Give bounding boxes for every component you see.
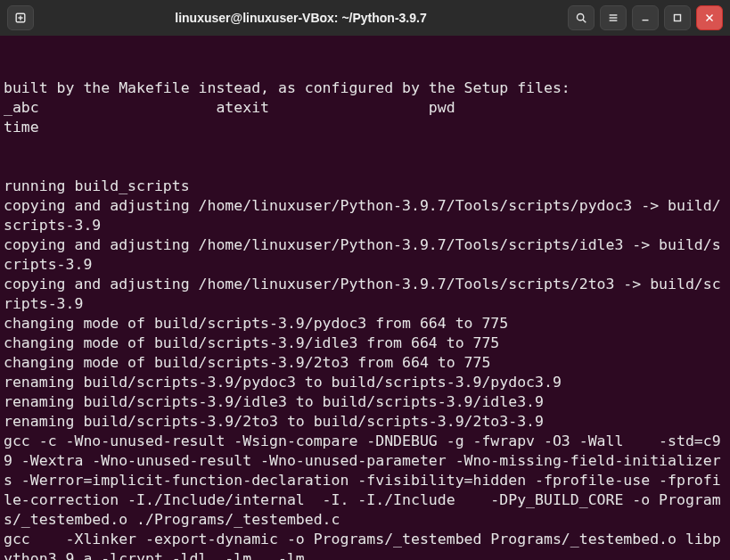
terminal-line: copying and adjusting /home/linuxuser/Py… — [4, 275, 726, 314]
search-icon — [575, 12, 587, 24]
terminal-line: _abc atexit pwd — [4, 98, 726, 118]
new-tab-icon — [14, 12, 27, 24]
minimize-button[interactable] — [632, 5, 659, 30]
terminal-area[interactable]: built by the Makefile instead, as config… — [0, 36, 730, 560]
titlebar-left-group — [7, 5, 34, 30]
minimize-icon — [639, 12, 652, 24]
terminal-output: built by the Makefile instead, as config… — [4, 78, 726, 560]
maximize-button[interactable] — [664, 5, 691, 30]
window-titlebar: linuxuser@linuxuser-VBox: ~/Python-3.9.7 — [0, 0, 730, 36]
terminal-line: copying and adjusting /home/linuxuser/Py… — [4, 196, 726, 235]
menu-button[interactable] — [600, 5, 627, 30]
terminal-line: changing mode of build/scripts-3.9/2to3 … — [4, 353, 726, 373]
terminal-line: changing mode of build/scripts-3.9/pydoc… — [4, 314, 726, 334]
maximize-icon — [671, 12, 684, 24]
terminal-line: gcc -Xlinker -export-dynamic -o Programs… — [4, 530, 726, 560]
titlebar-right-group — [568, 5, 723, 30]
close-icon — [703, 12, 716, 24]
svg-rect-9 — [675, 15, 681, 21]
terminal-line: changing mode of build/scripts-3.9/idle3… — [4, 334, 726, 353]
terminal-line: gcc -c -Wno-unused-result -Wsign-compare… — [4, 432, 726, 530]
svg-point-3 — [577, 13, 583, 20]
close-button[interactable] — [696, 5, 723, 30]
terminal-line: built by the Makefile instead, as config… — [4, 78, 726, 98]
terminal-line: renaming build/scripts-3.9/pydoc3 to bui… — [4, 373, 726, 392]
terminal-line: renaming build/scripts-3.9/2to3 to build… — [4, 412, 726, 432]
terminal-line: running build_scripts — [4, 177, 726, 196]
new-tab-button[interactable] — [7, 5, 34, 30]
terminal-line — [4, 137, 726, 157]
terminal-line: renaming build/scripts-3.9/idle3 to buil… — [4, 392, 726, 412]
window-title: linuxuser@linuxuser-VBox: ~/Python-3.9.7 — [39, 11, 562, 25]
terminal-line: time — [4, 118, 726, 137]
terminal-line: copying and adjusting /home/linuxuser/Py… — [4, 235, 726, 275]
terminal-line — [4, 157, 726, 177]
search-button[interactable] — [568, 5, 595, 30]
svg-line-4 — [583, 20, 586, 22]
hamburger-icon — [607, 12, 619, 24]
